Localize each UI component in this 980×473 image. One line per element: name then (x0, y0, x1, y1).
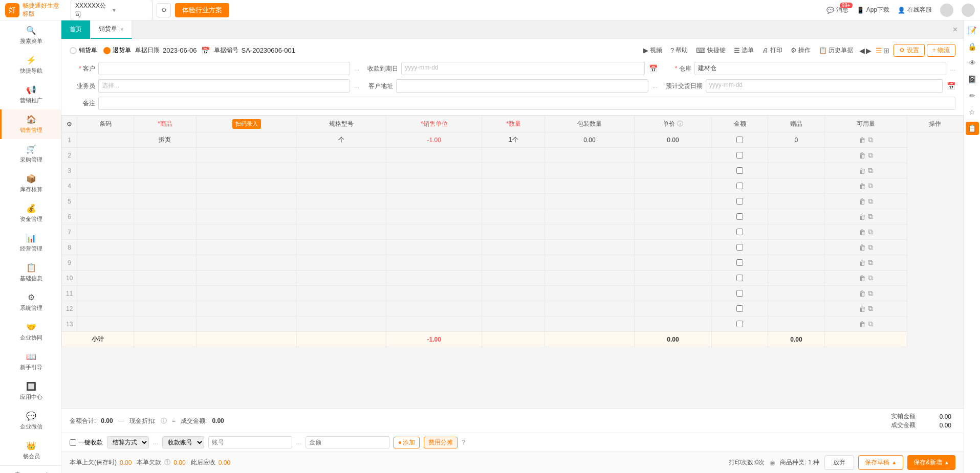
sidebar-item-basic[interactable]: 📋 基础信息 (0, 258, 61, 287)
delete-icon-2[interactable]: 🗑 (859, 151, 866, 160)
grid-view-btn[interactable]: ⊞ (883, 47, 889, 55)
cell-product-1[interactable]: 拆页 (134, 132, 197, 148)
logistics-button[interactable]: + 物流 (927, 44, 955, 57)
gift-checkbox-12[interactable] (736, 305, 743, 312)
cell-pkg-8[interactable] (482, 240, 545, 255)
cell-price-4[interactable] (545, 178, 635, 194)
cell-pkg-12[interactable] (482, 301, 545, 317)
one-click-pay-check[interactable]: 一键收款 (70, 438, 103, 447)
one-click-pay-checkbox[interactable] (70, 439, 76, 446)
copy-icon-8[interactable]: ⧉ (868, 243, 873, 252)
cell-gift-11[interactable] (712, 286, 768, 301)
goods-type-radio[interactable]: ◉ (770, 459, 775, 466)
debt-info-icon[interactable]: ⓘ (164, 458, 170, 467)
rp-btn-1[interactable]: 📝 (966, 24, 979, 37)
cell-barcode-9[interactable] (77, 255, 134, 271)
cell-amount-4[interactable] (634, 178, 711, 194)
rp-btn-6[interactable]: ☆ (966, 105, 979, 119)
cell-barcode-12[interactable] (77, 301, 134, 317)
delete-icon-12[interactable]: 🗑 (859, 305, 866, 313)
sidebar-item-enterprise[interactable]: 🤝 企业协同 (0, 317, 61, 347)
app-download-icon[interactable]: 📱 App下载 (857, 6, 889, 14)
cell-unit-11[interactable] (297, 286, 386, 301)
gift-checkbox-1[interactable] (736, 137, 743, 143)
gift-checkbox-6[interactable] (736, 213, 743, 220)
cell-qty-8[interactable] (386, 240, 482, 255)
cell-price-2[interactable] (545, 148, 635, 163)
cell-gift-1[interactable] (712, 132, 768, 148)
radio-sales[interactable]: 销货单 (70, 46, 97, 55)
rp-btn-2[interactable]: 🔒 (966, 40, 979, 53)
cell-gift-9[interactable] (712, 255, 768, 271)
delete-icon-1[interactable]: 🗑 (859, 136, 866, 144)
cell-pkg-6[interactable] (482, 209, 545, 224)
ops-btn[interactable]: ⚙ 操作 (789, 45, 813, 56)
cell-unit-8[interactable] (297, 240, 386, 255)
cell-price-5[interactable] (545, 194, 635, 209)
cell-product-11[interactable] (134, 286, 197, 301)
tab-close-icon[interactable]: × (120, 26, 123, 32)
sidebar-item-marketing[interactable]: 📢 营销推广 (0, 80, 61, 109)
rp-btn-7[interactable]: 📋 (966, 122, 979, 135)
cell-spec-13[interactable] (197, 317, 297, 332)
cell-unit-3[interactable] (297, 163, 386, 178)
gift-checkbox-3[interactable] (736, 167, 743, 174)
prev-arrow[interactable]: ◀ (859, 47, 865, 55)
copy-icon-6[interactable]: ⧉ (868, 212, 873, 221)
cell-gift-13[interactable] (712, 317, 768, 332)
cell-qty-12[interactable] (386, 301, 482, 317)
cell-price-13[interactable] (545, 317, 635, 332)
cell-barcode-4[interactable] (77, 178, 134, 194)
expected-date-input[interactable]: yyyy-mm-dd (706, 79, 943, 93)
video-btn[interactable]: ▶ 视频 (641, 45, 664, 56)
cell-unit-5[interactable] (297, 194, 386, 209)
cell-price-3[interactable] (545, 163, 635, 178)
table-container[interactable]: ⚙ 条码 *商品 扫码录入 规格型号 *销售单位 *数量 包装数量 (61, 116, 964, 409)
cell-barcode-2[interactable] (77, 148, 134, 163)
copy-icon-9[interactable]: ⧉ (868, 258, 873, 267)
date-calendar-icon[interactable]: 📅 (201, 47, 210, 55)
cell-gift-3[interactable] (712, 163, 768, 178)
next-arrow[interactable]: ▶ (866, 47, 872, 55)
cell-unit-10[interactable] (297, 271, 386, 286)
cell-price-6[interactable] (545, 209, 635, 224)
sidebar-item-sales[interactable]: 🏠 销售管理 (0, 109, 61, 139)
cell-unit-6[interactable] (297, 209, 386, 224)
delete-icon-13[interactable]: 🗑 (859, 320, 866, 328)
settlement-select[interactable]: 结算方式 (107, 436, 149, 448)
cell-amount-6[interactable] (634, 209, 711, 224)
customer-addr-input[interactable] (396, 79, 648, 93)
sidebar-item-system[interactable]: ⚙ 系统管理 (0, 287, 61, 317)
cell-qty-13[interactable] (386, 317, 482, 332)
expected-date-calendar-icon[interactable]: 📅 (947, 82, 955, 90)
delete-icon-9[interactable]: 🗑 (859, 259, 866, 267)
sidebar-item-operations[interactable]: 📊 经营管理 (0, 228, 61, 258)
account-input[interactable] (208, 436, 292, 448)
cell-spec-8[interactable] (197, 240, 297, 255)
sidebar-collapse-icon[interactable]: ◀ (41, 470, 47, 473)
avatar2[interactable] (962, 4, 975, 17)
cell-barcode-5[interactable] (77, 194, 134, 209)
print-btn[interactable]: 🖨 打印 (760, 45, 785, 56)
cell-pkg-4[interactable] (482, 178, 545, 194)
list-view-btn[interactable]: ☰ (876, 47, 882, 55)
cell-product-10[interactable] (134, 271, 197, 286)
salesperson-input[interactable]: 选择... (98, 79, 350, 93)
cell-product-7[interactable] (134, 224, 197, 240)
cell-qty-7[interactable] (386, 224, 482, 240)
cell-barcode-1[interactable] (77, 132, 134, 148)
cell-qty-2[interactable] (386, 148, 482, 163)
cell-amount-2[interactable] (634, 148, 711, 163)
sidebar-item-guide[interactable]: 📖 新手引导 (0, 347, 61, 376)
copy-icon-13[interactable]: ⧉ (868, 320, 873, 328)
history-btn[interactable]: 📋 历史单据 (817, 45, 855, 56)
copy-icon-5[interactable]: ⧉ (868, 197, 873, 206)
cell-amount-11[interactable] (634, 286, 711, 301)
cell-spec-12[interactable] (197, 301, 297, 317)
cell-amount-5[interactable] (634, 194, 711, 209)
cell-product-3[interactable] (134, 163, 197, 178)
cell-amount-13[interactable] (634, 317, 711, 332)
copy-icon-11[interactable]: ⧉ (868, 289, 873, 298)
rp-btn-3[interactable]: 👁 (966, 56, 979, 70)
cell-pkg-11[interactable] (482, 286, 545, 301)
